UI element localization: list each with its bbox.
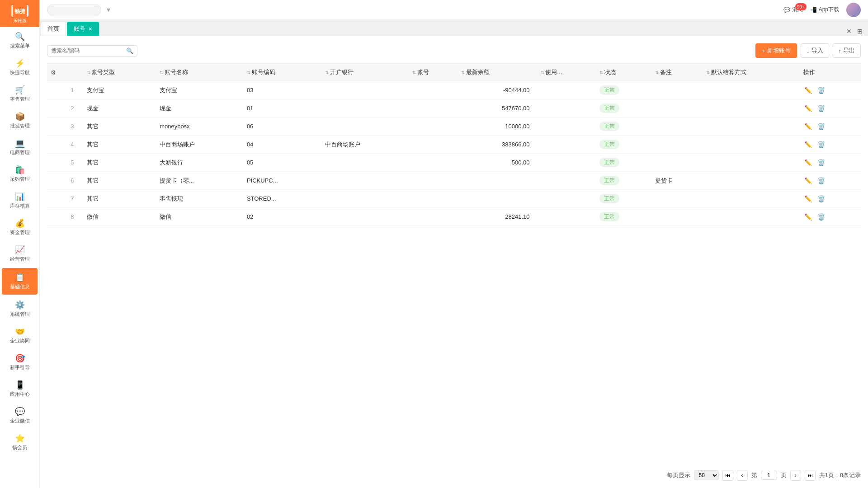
sidebar-item-agreement[interactable]: 🤝 企业协同 (0, 322, 39, 349)
sidebar-item-wechat[interactable]: 💬 企业微信 (0, 402, 39, 429)
basic-icon: 📋 (15, 272, 25, 282)
bank-col-header[interactable]: 开户银行 (321, 64, 409, 81)
delete-button[interactable]: 🗑️ (816, 104, 826, 113)
tab-account[interactable]: 账号 ✕ (67, 22, 99, 36)
code-col-header[interactable]: 账号编码 (243, 64, 322, 81)
edit-button[interactable]: ✏️ (803, 212, 813, 221)
page-input[interactable] (761, 471, 777, 480)
row-balance: 500.00 (458, 154, 537, 172)
tab-window-controls: ✕ ⊞ (844, 27, 868, 36)
remark-col-header[interactable]: 备注 (651, 64, 703, 81)
collapse-icon[interactable]: ▾ (107, 5, 110, 14)
search-input[interactable] (51, 47, 124, 54)
usage-col-header[interactable]: 使用... (537, 64, 596, 81)
user-avatar[interactable] (846, 3, 861, 17)
sidebar-item-app-center[interactable]: 📱 应用中心 (0, 375, 39, 402)
row-balance (458, 172, 537, 190)
sidebar-label-inventory: 库存核算 (10, 202, 30, 209)
table-row: 1 支付宝 支付宝 03 -90444.00 正常 ✏️ 🗑️ (47, 81, 861, 99)
row-settings (47, 154, 61, 172)
sidebar-item-finance[interactable]: 💰 资金管理 (0, 214, 39, 240)
maximize-window-button[interactable]: ⊞ (855, 27, 864, 36)
import-icon: ↓ (807, 47, 810, 54)
sidebar-item-inventory[interactable]: 📊 库存核算 (0, 187, 39, 214)
table-row: 3 其它 moneybosx 06 10000.00 正常 ✏️ 🗑️ (47, 117, 861, 136)
import-button[interactable]: ↓ 导入 (801, 43, 829, 58)
sidebar-item-member[interactable]: ⭐ 畅会员 (0, 429, 39, 455)
edit-button[interactable]: ✏️ (803, 194, 813, 203)
main-area: ▾ 💬 消息 99+ 📲 App下载 首页 账号 ✕ ✕ ⊞ (40, 0, 868, 488)
row-actions: ✏️ 🗑️ (800, 99, 861, 117)
type-col-header[interactable]: 账号类型 (83, 64, 156, 81)
pagination: 每页显示 50 100 200 ⏮ ‹ 第 页 › ⏭ 共1页，8条记录 (47, 465, 861, 481)
row-status: 正常 (596, 190, 651, 208)
settings-col-header[interactable]: ⚙ (47, 64, 61, 81)
edit-button[interactable]: ✏️ (803, 86, 813, 95)
wholesale-icon: 📦 (15, 112, 25, 122)
sidebar-item-shortcut[interactable]: ⚡ 快捷导航 (0, 54, 39, 80)
row-remark (651, 136, 703, 154)
sidebar-item-search[interactable]: 🔍 搜索菜单 (0, 27, 39, 54)
message-button[interactable]: 💬 消息 99+ (783, 6, 803, 14)
header-search-input[interactable] (47, 5, 101, 15)
status-col-header[interactable]: 状态 (596, 64, 651, 81)
row-code: 06 (243, 117, 322, 136)
name-col-header[interactable]: 账号名称 (156, 64, 243, 81)
purchase-icon: 🛍️ (15, 165, 25, 175)
search-box[interactable]: 🔍 (47, 45, 137, 56)
sidebar-item-wholesale[interactable]: 📦 批发管理 (0, 107, 39, 134)
row-account (409, 81, 458, 99)
row-usage (537, 81, 596, 99)
edit-button[interactable]: ✏️ (803, 140, 813, 149)
prev-page-button[interactable]: ‹ (737, 470, 748, 481)
edit-button[interactable]: ✏️ (803, 122, 813, 131)
row-status: 正常 (596, 117, 651, 136)
edit-button[interactable]: ✏️ (803, 176, 813, 185)
row-code: 04 (243, 136, 322, 154)
first-page-button[interactable]: ⏮ (722, 470, 733, 481)
export-button[interactable]: ↑ 导出 (833, 43, 861, 58)
row-settings (47, 136, 61, 154)
delete-button[interactable]: 🗑️ (816, 158, 826, 167)
row-name: 支付宝 (156, 81, 243, 99)
sidebar-item-basic[interactable]: 📋 基础信息 (2, 268, 38, 295)
delete-button[interactable]: 🗑️ (816, 212, 826, 221)
row-balance: 547670.00 (458, 99, 537, 117)
app-download-button[interactable]: 📲 App下载 (810, 6, 839, 14)
row-type: 其它 (83, 154, 156, 172)
sidebar-label-retail: 零售管理 (10, 96, 30, 103)
edit-button[interactable]: ✏️ (803, 158, 813, 167)
last-page-button[interactable]: ⏭ (805, 470, 816, 481)
tab-bar: 首页 账号 ✕ ✕ ⊞ (40, 20, 868, 36)
delete-button[interactable]: 🗑️ (816, 176, 826, 185)
row-actions: ✏️ 🗑️ (800, 208, 861, 226)
sidebar-item-retail[interactable]: 🛒 零售管理 (0, 80, 39, 107)
edit-button[interactable]: ✏️ (803, 104, 813, 113)
row-usage (537, 99, 596, 117)
close-window-button[interactable]: ✕ (844, 27, 854, 36)
next-page-button[interactable]: › (790, 470, 801, 481)
sidebar-item-system[interactable]: ⚙️ 系统管理 (0, 296, 39, 322)
sidebar-label-guide: 新手引导 (10, 364, 30, 371)
add-account-button[interactable]: + 新增账号 (755, 43, 797, 58)
per-page-select[interactable]: 50 100 200 (694, 470, 719, 480)
account-col-header[interactable]: 账号 (409, 64, 458, 81)
balance-col-header[interactable]: 最新余额 (458, 64, 537, 81)
row-type: 微信 (83, 208, 156, 226)
sidebar: 畅捷 乐账版 🔍 搜索菜单 ⚡ 快捷导航 🛒 零售管理 📦 批发管理 💻 电商管… (0, 0, 40, 488)
settlement-col-header[interactable]: 默认结算方式 (703, 64, 800, 81)
tab-close-button[interactable]: ✕ (88, 26, 92, 32)
sidebar-item-operations[interactable]: 📈 经营管理 (0, 240, 39, 267)
sidebar-label-wholesale: 批发管理 (10, 122, 30, 129)
delete-button[interactable]: 🗑️ (816, 194, 826, 203)
delete-button[interactable]: 🗑️ (816, 86, 826, 95)
row-bank: 中百商场账户 (321, 136, 409, 154)
table-row: 2 现金 现金 01 547670.00 正常 ✏️ 🗑️ (47, 99, 861, 117)
sidebar-item-purchase[interactable]: 🛍️ 采购管理 (0, 160, 39, 187)
tab-home[interactable]: 首页 (41, 22, 66, 36)
delete-button[interactable]: 🗑️ (816, 122, 826, 131)
delete-button[interactable]: 🗑️ (816, 140, 826, 149)
sidebar-item-guide[interactable]: 🎯 新手引导 (0, 349, 39, 375)
row-settings (47, 99, 61, 117)
sidebar-item-ecommerce[interactable]: 💻 电商管理 (0, 134, 39, 160)
